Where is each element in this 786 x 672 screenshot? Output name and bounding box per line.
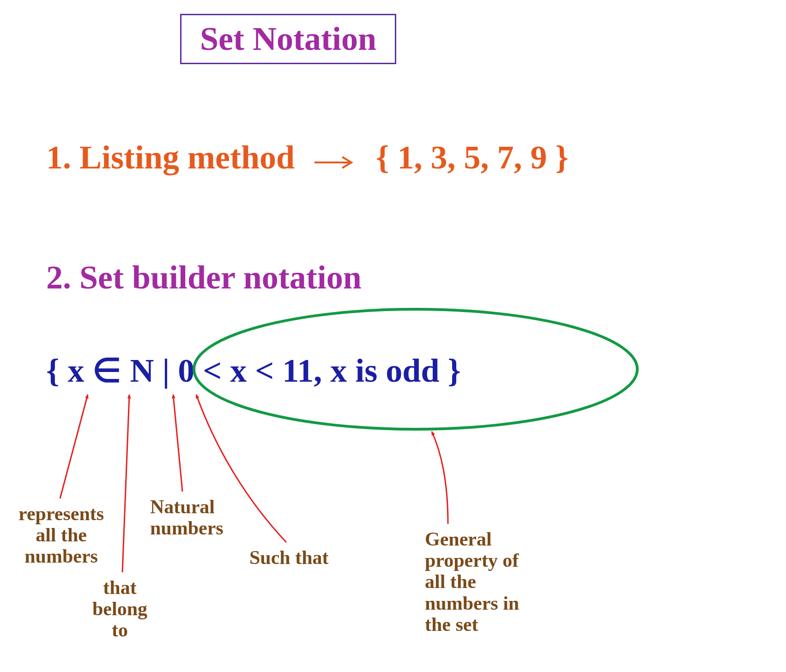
condition-text: 0 < x < 11, x is odd [178, 352, 439, 389]
annotation-represents: representsall thenumbers [18, 503, 104, 567]
listing-label: 1. Listing method [46, 139, 295, 176]
variable-x: x [67, 352, 84, 389]
annotation-general: Generalproperty ofall thenumbers inthe s… [425, 528, 519, 635]
arrow-natural [173, 395, 182, 492]
page-title-box: Set Notation [180, 14, 396, 64]
brace-close: } [447, 352, 460, 389]
annotation-suchthat: Such that [249, 547, 329, 568]
arrow-icon [312, 142, 358, 180]
builder-expression: { x ∈ N | 0 < x < 11, x is odd } [46, 351, 461, 390]
annotation-belong: thatbelongto [92, 577, 147, 641]
annotation-natural: Naturalnumbers [150, 496, 224, 539]
listing-method-line: 1. Listing method { 1, 3, 5, 7, 9 } [46, 138, 568, 180]
arrow-represents [60, 395, 88, 498]
page-title: Set Notation [200, 20, 376, 57]
such-that-bar: | [162, 352, 169, 389]
builder-title: 2. Set builder notation [46, 258, 362, 297]
brace-open: { [46, 352, 59, 389]
element-of-symbol: ∈ [92, 352, 121, 389]
listing-set: { 1, 3, 5, 7, 9 } [376, 139, 568, 176]
natural-N: N [130, 352, 154, 389]
arrow-belong [122, 395, 129, 572]
arrow-general [432, 432, 448, 524]
diagram-overlay [0, 0, 786, 672]
